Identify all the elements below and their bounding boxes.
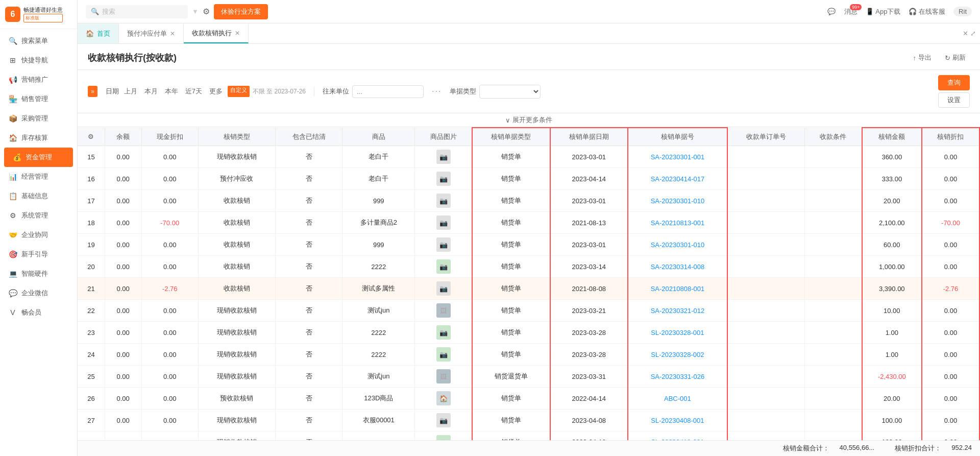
cell-bill-no[interactable]: SA-20230314-008 [628, 256, 727, 278]
sidebar-item-finance[interactable]: 💰 资金管理 [4, 148, 73, 167]
user-name[interactable]: Rit [953, 7, 972, 16]
cell-bill-no[interactable]: SL-20230328-001 [628, 322, 727, 344]
sales-icon: 🏪 [8, 94, 17, 104]
date-7days[interactable]: 近7天 [183, 86, 204, 97]
cell-cash-discount: 0.00 [141, 388, 198, 410]
enterprise-icon: 🤝 [8, 230, 17, 239]
tab-receipt[interactable]: 收款核销执行 ✕ [184, 23, 249, 43]
date-custom[interactable]: 自定义 [228, 86, 250, 97]
col-gear[interactable]: ⚙ [78, 128, 105, 146]
refresh-button[interactable]: ↻ 刷新 [941, 51, 970, 64]
online-service-link[interactable]: 🎧 在线客服 [909, 7, 945, 16]
cell-bill-no[interactable]: SA-20210813-001 [628, 212, 727, 234]
sidebar-item-vip[interactable]: V 畅会员 [0, 303, 77, 322]
date-more[interactable]: 更多 [207, 86, 225, 97]
sidebar-item-search[interactable]: 🔍 搜索菜单 [0, 31, 77, 51]
sidebar-item-quick-nav[interactable]: ⊞ 快捷导航 [0, 51, 77, 70]
cell-receipt-condition [804, 300, 862, 322]
cell-bill-date: 2023-04-08 [550, 410, 628, 431]
top-gear-icon[interactable]: ⚙ [203, 7, 210, 16]
cell-bill-no[interactable]: SA-20230331-026 [628, 366, 727, 388]
col-bill-report-type: 核销单据类型 [472, 128, 550, 146]
cell-bill-no[interactable]: SA-20210808-001 [628, 278, 727, 300]
sidebar-item-newbie[interactable]: 🎯 新手引导 [0, 245, 77, 264]
date-this-month[interactable]: 本月 [142, 86, 160, 97]
bill-no-link[interactable]: SA-20210808-001 [651, 285, 705, 293]
sidebar-item-sales[interactable]: 🏪 销售管理 [0, 89, 77, 109]
cell-bill-no[interactable]: ABC-001 [628, 388, 727, 410]
sidebar: 6 畅捷通谱好生意 标准版 🔍 搜索菜单 ⊞ 快捷导航 📢 营销推广 🏪 销售管… [0, 0, 78, 456]
cell-included: 否 [275, 146, 342, 168]
setting-button[interactable]: 设置 [938, 92, 970, 108]
bill-no-link[interactable]: SA-20230301-001 [651, 153, 705, 161]
bill-no-link[interactable]: ABC-001 [664, 395, 691, 402]
chevron-down-icon: ∨ [505, 116, 510, 124]
bill-no-link[interactable]: SL-20230408-001 [651, 417, 704, 424]
bill-no-link[interactable]: SA-20230301-010 [651, 241, 705, 249]
partner-input[interactable] [352, 85, 424, 98]
message-area[interactable]: 💬 99+ 消息 [827, 7, 858, 16]
sidebar-item-purchase[interactable]: 📦 采购管理 [0, 109, 77, 128]
message-icon: 💬 [827, 8, 836, 15]
close-window-icon[interactable]: ✕ [963, 30, 968, 37]
expand-icon[interactable]: » [88, 86, 97, 97]
bill-no-link[interactable]: SA-20230301-010 [651, 197, 705, 205]
cell-verify-amount: 60.00 [862, 234, 922, 256]
col-verify-amount: 核销金额 [862, 128, 922, 146]
expand-toggle[interactable]: » [88, 86, 97, 97]
maximize-icon[interactable]: ⤢ [970, 30, 976, 37]
sidebar-item-wechat[interactable]: 💬 企业微信 [0, 283, 77, 303]
sidebar-item-marketing[interactable]: 📢 营销推广 [0, 70, 77, 89]
cell-bill-report-type: 销货单 [472, 234, 550, 256]
cell-goods-img: 🖼 [415, 300, 472, 322]
bill-type-select[interactable] [479, 85, 541, 99]
expand-more-button[interactable]: ∨ 展开更多条件 [505, 115, 552, 125]
bill-no-link[interactable]: SA-20230414-017 [651, 175, 705, 183]
tab-home[interactable]: 🏠 首页 [78, 23, 119, 43]
export-button[interactable]: ↑ 导出 [909, 51, 936, 64]
expand-more-row: ∨ 展开更多条件 [78, 113, 980, 127]
date-last-month[interactable]: 上月 [122, 86, 139, 97]
cell-bill-no[interactable]: SA-20230301-001 [628, 146, 727, 168]
cell-goods-img: 📷 [415, 212, 472, 234]
sidebar-item-system[interactable]: ⚙ 系统管理 [0, 206, 77, 225]
tab-prepay[interactable]: 预付冲应付单 ✕ [119, 23, 184, 43]
cell-included: 否 [275, 168, 342, 190]
footer-total-amount: 40,556,66... [840, 444, 875, 453]
cell-bill-no[interactable]: SA-20230414-017 [628, 168, 727, 190]
cell-verify-discount: 0.00 [922, 146, 979, 168]
sidebar-item-inventory[interactable]: 🏠 库存核算 [0, 128, 77, 148]
cell-balance: 0.00 [105, 344, 141, 366]
dropdown-arrow[interactable]: ▼ [192, 8, 199, 15]
cell-bill-date: 2023-03-28 [550, 344, 628, 366]
bill-no-link[interactable]: SA-20230321-012 [651, 307, 705, 315]
cell-bill-date: 2021-08-13 [550, 212, 628, 234]
tab-close-prepay[interactable]: ✕ [170, 30, 175, 37]
cell-receipt-order-no [727, 190, 805, 212]
bill-no-link[interactable]: SA-20230314-008 [651, 263, 705, 271]
cell-bill-no[interactable]: SL-20230408-001 [628, 410, 727, 431]
bill-no-link[interactable]: SA-20210813-001 [651, 219, 705, 227]
sidebar-item-basic[interactable]: 📋 基础信息 [0, 186, 77, 206]
cell-bill-no[interactable]: SA-20230301-010 [628, 234, 727, 256]
tab-close-receipt[interactable]: ✕ [235, 30, 240, 37]
date-this-year[interactable]: 本年 [163, 86, 180, 97]
table-wrap: ⚙ 余额 现金折扣 核销类型 包含已结清 商品 商品图片 核销单据类型 核销单据… [78, 127, 980, 440]
sidebar-item-business[interactable]: 📊 经营管理 [0, 167, 77, 186]
cell-bill-report-type: 销货单 [472, 146, 550, 168]
sidebar-item-enterprise[interactable]: 🤝 企业协同 [0, 225, 77, 245]
cell-balance: 0.00 [105, 322, 141, 344]
bill-no-link[interactable]: SA-20230331-026 [651, 373, 705, 380]
cell-bill-no[interactable]: SA-20230301-010 [628, 190, 727, 212]
app-download-link[interactable]: 📱 App下载 [866, 7, 900, 16]
cell-bill-no[interactable]: SL-20230328-002 [628, 344, 727, 366]
cell-bill-no[interactable]: SA-20230321-012 [628, 300, 727, 322]
bill-no-link[interactable]: SL-20230328-002 [651, 351, 704, 358]
cell-bill-no[interactable]: SL-20230418-001 [628, 431, 727, 441]
sidebar-item-hardware[interactable]: 💻 智能硬件 [0, 264, 77, 283]
cell-verify-amount: 333.00 [862, 168, 922, 190]
industry-button[interactable]: 休验行业方案 [214, 4, 268, 19]
top-search[interactable]: 🔍 搜索 [86, 5, 188, 18]
query-button[interactable]: 查询 [938, 75, 970, 90]
bill-no-link[interactable]: SL-20230328-001 [651, 329, 704, 337]
